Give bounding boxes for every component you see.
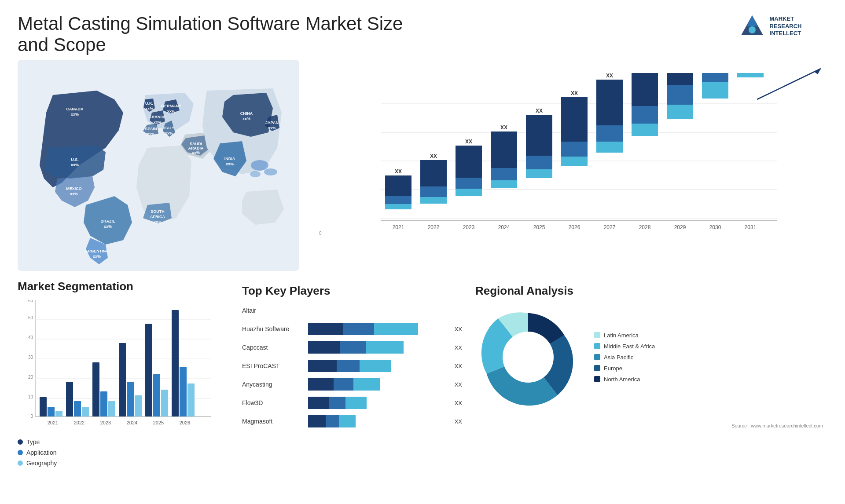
svg-rect-20 bbox=[420, 197, 447, 204]
southafrica-label2: AFRICA bbox=[150, 215, 165, 219]
latin-america-color bbox=[594, 332, 600, 338]
player-name-altair: Altair bbox=[242, 307, 304, 314]
svg-text:2026: 2026 bbox=[180, 420, 190, 425]
logo-box: MARKET RESEARCH INTELLECT bbox=[739, 13, 802, 40]
svg-rect-55 bbox=[667, 105, 693, 119]
bar-seg1 bbox=[308, 323, 343, 335]
france-value: xx% bbox=[154, 120, 162, 124]
svg-text:2026: 2026 bbox=[569, 224, 580, 230]
bar-seg2 bbox=[337, 360, 360, 372]
legend-type: Type bbox=[18, 438, 229, 446]
mexico-value: xx% bbox=[70, 192, 78, 196]
geo-label: Geography bbox=[26, 460, 57, 467]
bottom-row: Market Segmentation 0 10 20 30 40 50 60 bbox=[18, 280, 827, 500]
svg-text:2022: 2022 bbox=[74, 420, 84, 425]
svg-text:2023: 2023 bbox=[100, 420, 111, 425]
svg-text:2022: 2022 bbox=[428, 224, 440, 230]
svg-rect-41 bbox=[561, 142, 588, 157]
regional-section: Regional Analysis bbox=[475, 280, 827, 500]
logo-text: MARKET RESEARCH INTELLECT bbox=[770, 15, 802, 38]
svg-rect-102 bbox=[172, 310, 179, 416]
canada-label: CANADA bbox=[66, 107, 84, 111]
svg-rect-40 bbox=[561, 157, 588, 166]
uk-value: xx% bbox=[145, 106, 153, 111]
svg-rect-87 bbox=[74, 401, 81, 416]
bar-seg1 bbox=[308, 397, 329, 409]
svg-text:2024: 2024 bbox=[498, 224, 510, 230]
player-row-anycasting: Anycasting XX bbox=[242, 378, 462, 391]
legend-asia-pacific: Asia Pacific bbox=[594, 354, 655, 361]
y-axis-label: 0 bbox=[319, 231, 322, 236]
svg-text:10: 10 bbox=[28, 394, 33, 399]
player-bar-esi bbox=[308, 360, 447, 372]
svg-rect-83 bbox=[48, 407, 55, 416]
svg-point-5 bbox=[264, 168, 277, 175]
svg-text:2031: 2031 bbox=[745, 224, 757, 230]
spain-value: xx% bbox=[147, 132, 155, 136]
svg-text:2025: 2025 bbox=[153, 420, 164, 425]
germany-value: xx% bbox=[167, 109, 175, 113]
svg-rect-90 bbox=[92, 362, 99, 416]
india-label: INDIA bbox=[224, 157, 235, 161]
asia-pacific-label: Asia Pacific bbox=[604, 354, 633, 361]
svg-rect-21 bbox=[420, 186, 447, 197]
app-label: Application bbox=[26, 449, 57, 456]
bar-chart-section: 0 bbox=[312, 60, 827, 271]
us-label: U.S. bbox=[71, 157, 79, 162]
player-val-flow3d: XX bbox=[455, 400, 462, 406]
player-row-capccast: Capccast XX bbox=[242, 341, 462, 354]
svg-rect-22 bbox=[420, 160, 447, 186]
svg-text:XX: XX bbox=[395, 168, 402, 175]
bar-seg3 bbox=[345, 397, 367, 409]
svg-text:XX: XX bbox=[500, 124, 507, 131]
svg-text:XX: XX bbox=[430, 153, 437, 159]
regional-title: Regional Analysis bbox=[475, 284, 827, 298]
svg-rect-16 bbox=[385, 196, 411, 204]
bar-seg1 bbox=[308, 341, 340, 354]
svg-text:XX: XX bbox=[465, 139, 472, 145]
svg-rect-86 bbox=[66, 382, 73, 416]
svg-marker-1 bbox=[747, 15, 757, 26]
player-name-anycasting: Anycasting bbox=[242, 381, 304, 388]
bar-seg3 bbox=[360, 360, 391, 372]
mea-label: Middle East & Africa bbox=[604, 343, 655, 350]
svg-rect-26 bbox=[456, 178, 482, 189]
bar-seg3 bbox=[366, 341, 404, 354]
svg-rect-25 bbox=[456, 189, 482, 196]
player-val-huazhu: XX bbox=[455, 326, 462, 332]
saudi-value: xx% bbox=[192, 150, 200, 155]
player-row-magmasoft: Magmasoft XX bbox=[242, 415, 462, 427]
svg-point-106 bbox=[503, 332, 554, 383]
app-dot bbox=[18, 450, 23, 455]
svg-rect-35 bbox=[526, 169, 552, 178]
bar-seg1 bbox=[308, 378, 334, 391]
uk-label: U.K. bbox=[145, 101, 153, 106]
svg-rect-17 bbox=[385, 175, 411, 196]
saudi-label2: ARABIA bbox=[188, 146, 204, 150]
legend-north-america: North America bbox=[594, 376, 655, 383]
svg-text:2028: 2028 bbox=[639, 224, 651, 230]
player-row-flow3d: Flow3D XX bbox=[242, 397, 462, 409]
svg-text:50: 50 bbox=[28, 315, 33, 320]
svg-rect-57 bbox=[667, 73, 693, 85]
player-bar-anycasting bbox=[308, 378, 447, 391]
brazil-value: xx% bbox=[104, 224, 112, 229]
spain-label: SPAIN bbox=[145, 127, 157, 131]
legend-application: Application bbox=[18, 449, 229, 456]
bar-seg2 bbox=[343, 323, 374, 335]
legend-mea: Middle East & Africa bbox=[594, 343, 655, 350]
svg-rect-51 bbox=[632, 106, 658, 124]
france-label: FRANCE bbox=[149, 115, 166, 119]
svg-rect-46 bbox=[596, 125, 623, 142]
svg-rect-32 bbox=[491, 131, 517, 168]
brazil-label: BRAZIL bbox=[101, 219, 115, 223]
italy-value: xx% bbox=[165, 131, 173, 135]
player-row-huazhu: Huazhu Software XX bbox=[242, 323, 462, 335]
donut-chart-svg bbox=[475, 304, 581, 410]
north-america-label: North America bbox=[604, 376, 640, 383]
geo-dot bbox=[18, 460, 23, 466]
svg-rect-84 bbox=[55, 411, 62, 416]
player-row-esi: ESI ProCAST XX bbox=[242, 360, 462, 372]
svg-rect-100 bbox=[161, 390, 168, 416]
bar-chart-svg: XX 2021 XX 2022 XX 2023 bbox=[339, 73, 819, 258]
